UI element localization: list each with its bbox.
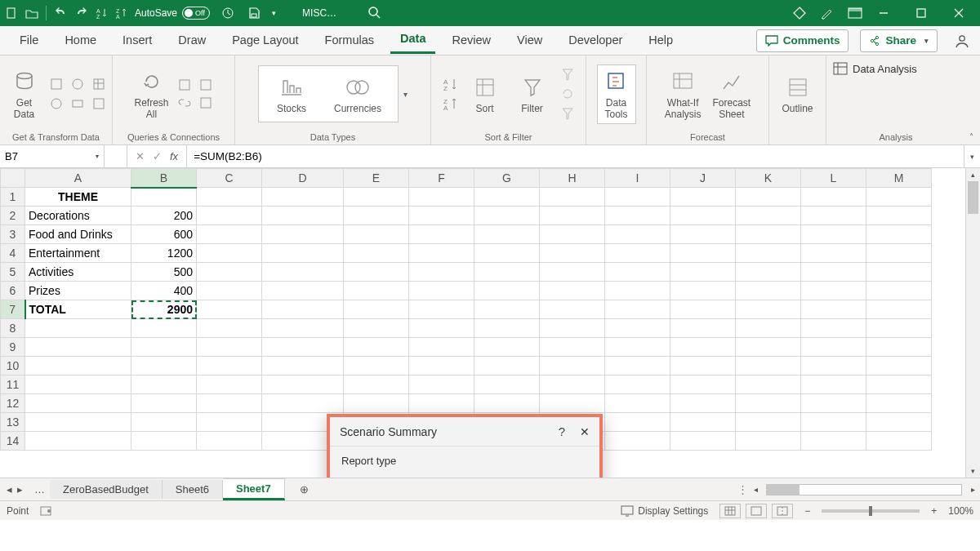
cell[interactable] xyxy=(670,282,736,300)
data-tools-button[interactable]: Data Tools xyxy=(597,64,636,124)
cell[interactable] xyxy=(262,207,344,225)
data-types-more-icon[interactable]: ▾ xyxy=(403,90,408,99)
cell[interactable] xyxy=(131,413,197,432)
cell[interactable] xyxy=(409,375,474,394)
cancel-formula-icon[interactable]: ✕ xyxy=(136,150,145,162)
cell[interactable]: Activities xyxy=(25,263,131,282)
cell[interactable] xyxy=(670,225,736,244)
cell[interactable] xyxy=(670,188,736,207)
cell[interactable] xyxy=(866,319,932,338)
cell[interactable] xyxy=(409,319,474,338)
cell[interactable] xyxy=(605,319,670,338)
dialog-help-icon[interactable]: ? xyxy=(559,424,565,438)
formula-input[interactable]: =SUM(B2:B6) xyxy=(187,145,964,167)
col-header-M[interactable]: M xyxy=(866,169,932,188)
cell[interactable] xyxy=(25,357,131,375)
cell[interactable] xyxy=(866,413,932,432)
cell[interactable] xyxy=(197,338,262,357)
filter-button[interactable]: Filter xyxy=(513,74,552,114)
cell[interactable] xyxy=(801,263,866,282)
cell[interactable] xyxy=(344,375,409,394)
tab-nav-next-icon[interactable]: ▸ xyxy=(17,483,23,495)
cell[interactable] xyxy=(344,188,409,207)
properties-icon[interactable] xyxy=(198,78,213,92)
cell[interactable] xyxy=(344,300,409,319)
cell[interactable] xyxy=(131,338,197,357)
cell[interactable] xyxy=(670,300,736,319)
cell[interactable] xyxy=(540,375,605,394)
row-header-3[interactable]: 3 xyxy=(1,225,25,244)
cell[interactable] xyxy=(474,225,540,244)
cell[interactable]: 600 xyxy=(131,225,197,244)
cell[interactable] xyxy=(605,225,670,244)
cell[interactable] xyxy=(197,207,262,225)
tab-nav-more[interactable]: … xyxy=(29,483,50,495)
cell[interactable] xyxy=(605,394,670,413)
cell[interactable] xyxy=(197,300,262,319)
cell[interactable]: Decorations xyxy=(25,207,131,225)
sort-za-icon[interactable]: ZA xyxy=(443,96,457,111)
cell[interactable] xyxy=(736,375,801,394)
outline-button[interactable]: Outline xyxy=(778,74,817,114)
cell[interactable] xyxy=(540,282,605,300)
close-button[interactable] xyxy=(942,2,975,24)
cell[interactable] xyxy=(670,432,736,451)
row-header-1[interactable]: 1 xyxy=(1,188,25,207)
cell[interactable]: THEME xyxy=(25,188,131,207)
cell[interactable] xyxy=(605,413,670,432)
tab-formulas[interactable]: Formulas xyxy=(315,29,384,53)
cell[interactable] xyxy=(670,338,736,357)
cell[interactable] xyxy=(262,263,344,282)
cell[interactable] xyxy=(344,282,409,300)
cell[interactable] xyxy=(736,357,801,375)
cell[interactable] xyxy=(736,282,801,300)
cell[interactable] xyxy=(736,300,801,319)
add-sheet-icon[interactable]: ⊕ xyxy=(300,483,309,495)
cell[interactable] xyxy=(474,375,540,394)
col-header-I[interactable]: I xyxy=(605,169,670,188)
cell[interactable] xyxy=(197,188,262,207)
col-header-C[interactable]: C xyxy=(197,169,262,188)
tab-split-handle[interactable]: ⋮ xyxy=(737,483,748,495)
cell[interactable] xyxy=(605,207,670,225)
sheet-tab-zerobased[interactable]: ZeroBasedBudget xyxy=(50,480,163,499)
cell[interactable] xyxy=(801,282,866,300)
data-analysis-button[interactable]: Data Analysis xyxy=(833,62,917,75)
advanced-icon[interactable] xyxy=(560,106,575,121)
cell[interactable] xyxy=(670,263,736,282)
cell[interactable] xyxy=(474,244,540,263)
pen-icon[interactable] xyxy=(820,6,835,20)
cell[interactable] xyxy=(409,357,474,375)
cell[interactable] xyxy=(262,300,344,319)
user-icon[interactable] xyxy=(954,33,970,49)
cell[interactable] xyxy=(605,357,670,375)
row-header-12[interactable]: 12 xyxy=(1,394,25,413)
cell[interactable] xyxy=(197,244,262,263)
cell[interactable]: 2900 xyxy=(131,300,197,319)
more-icon[interactable] xyxy=(91,96,106,111)
cell[interactable] xyxy=(801,338,866,357)
zoom-in-icon[interactable]: + xyxy=(931,505,937,517)
macro-record-icon[interactable] xyxy=(40,505,53,517)
cell[interactable] xyxy=(540,300,605,319)
cell[interactable] xyxy=(736,244,801,263)
cell[interactable] xyxy=(197,432,262,451)
cell[interactable] xyxy=(866,394,932,413)
diamond-icon[interactable] xyxy=(792,6,807,20)
cell[interactable]: Food and Drinks xyxy=(25,225,131,244)
redo-icon[interactable] xyxy=(74,7,89,20)
cell[interactable] xyxy=(197,225,262,244)
name-box-dropdown-icon[interactable]: ▾ xyxy=(96,153,99,160)
col-header-L[interactable]: L xyxy=(801,169,866,188)
cell[interactable] xyxy=(670,394,736,413)
cell[interactable] xyxy=(605,188,670,207)
from-table-icon[interactable] xyxy=(91,77,106,91)
cell[interactable] xyxy=(25,432,131,451)
cell[interactable] xyxy=(736,263,801,282)
cell[interactable] xyxy=(540,188,605,207)
cell[interactable] xyxy=(25,413,131,432)
cell[interactable] xyxy=(801,413,866,432)
cell[interactable] xyxy=(866,300,932,319)
cell[interactable] xyxy=(409,207,474,225)
cell[interactable] xyxy=(474,338,540,357)
